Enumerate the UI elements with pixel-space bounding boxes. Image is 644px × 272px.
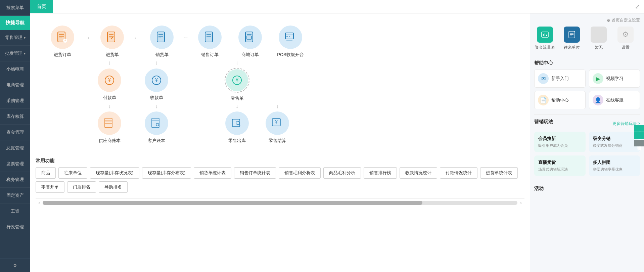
common-function-button[interactable]: 导购排名 (99, 181, 128, 193)
marketing-card-member[interactable]: 会员拉新 吸引用户成为会员 (534, 132, 586, 152)
flow-node-mall-order[interactable]: 商城订单 (230, 26, 270, 58)
marketing-grid: 会员拉新 吸引用户成为会员 裂变分销 裂变式发展分销商 直播卖货 场景式购物新玩… (534, 132, 640, 176)
marketing-card-fission[interactable]: 裂变分销 裂变式发展分销商 (589, 132, 640, 152)
sidebar-nav-label: 快捷导航 (0, 16, 30, 30)
help-grid: ✉ 新手入门 ▶ 视频学习 📄 帮助中心 👤 在线客服 (534, 70, 640, 109)
right-panel: ⚙ 首页自定义设置 资金流量表 往来单位 (530, 13, 644, 272)
tab-bar: 首页 ⤢ (30, 0, 644, 13)
help-item-center[interactable]: 📄 帮助中心 (534, 91, 586, 109)
scroll-right-button[interactable]: › (520, 200, 522, 206)
flow-node-supplier-account[interactable]: 供应商账本 (89, 111, 130, 144)
quick-icon-empty[interactable]: 暂无 (588, 27, 609, 50)
quick-icon-cashflow[interactable]: 资金流量表 (534, 27, 556, 50)
scroll-track[interactable] (43, 201, 517, 205)
flow-diagram: ✓ 进货订单 → 进货单 (36, 19, 524, 152)
common-function-button[interactable]: 现存量(库存状况表) (90, 167, 139, 179)
sidebar-item-wholesale[interactable]: 批发管理 ▾ (0, 46, 30, 61)
common-function-button[interactable]: 付款情况统计 (440, 167, 477, 179)
svg-text:¥: ¥ (275, 119, 278, 125)
flow-node-receipt[interactable]: ¥ 收款单 (136, 69, 177, 101)
sidebar-settings-button[interactable]: ⚙ (0, 259, 30, 272)
sidebar-search[interactable]: 搜索菜单 (0, 0, 30, 16)
svg-rect-13 (157, 32, 165, 42)
common-function-button[interactable]: 零售开单 (36, 181, 64, 193)
common-function-button[interactable]: 商品 (36, 167, 56, 179)
float-btn-support[interactable]: 客服热线 (634, 125, 644, 132)
flow-node-sales-bill[interactable]: 销货单 (142, 26, 182, 58)
gear-icon: ⚙ (622, 30, 629, 39)
svg-text:¥: ¥ (155, 77, 158, 83)
marketing-title: 营销玩法 (534, 119, 553, 125)
common-function-button[interactable]: 现存量(库存分布表) (142, 167, 191, 179)
flow-node-pos-cashier[interactable]: POS收银开台 (270, 26, 311, 58)
flow-node-purchase-order[interactable]: ✓ 进货订单 (42, 26, 83, 58)
svg-point-44 (156, 123, 159, 126)
common-function-button[interactable]: 往来单位 (58, 167, 87, 179)
sidebar-item-finance[interactable]: 资金管理 (0, 125, 30, 140)
common-functions-title: 常用功能 (36, 158, 524, 164)
flow-node-sales-order[interactable]: 销售订单 (190, 26, 230, 58)
gear-icon: ⚙ (607, 18, 610, 23)
common-function-button[interactable]: 收款情况统计 (400, 167, 437, 179)
quick-icon-contacts[interactable]: 往来单位 (561, 27, 583, 50)
help-item-video[interactable]: ▶ 视频学习 (589, 70, 640, 88)
svg-text:✓: ✓ (64, 39, 66, 42)
customize-settings-button[interactable]: ⚙ 首页自定义设置 (534, 17, 640, 23)
scroll-left-button[interactable]: ‹ (38, 200, 40, 206)
common-functions-grid: 商品往来单位现存量(库存状况表)现存量(库存分布表)销货单统计表销售订单统计表销… (36, 167, 524, 193)
flow-node-retail-settlement[interactable]: ¥ 零售结算 (257, 111, 297, 144)
arrow-icon: → (84, 34, 91, 50)
common-function-button[interactable]: 销售排行榜 (364, 167, 397, 179)
sidebar-item-purchase[interactable]: 采购管理 (0, 93, 30, 109)
tab-home[interactable]: 首页 (30, 0, 53, 13)
arrow-down-icon: ↓ (236, 103, 238, 109)
flow-node-payment[interactable]: ¥ 付款单 (89, 69, 130, 101)
flow-node-purchase-bill[interactable]: 进货单 (92, 26, 132, 58)
svg-text:¥: ¥ (235, 77, 239, 83)
common-function-button[interactable]: 门店排名 (67, 181, 96, 193)
expand-button[interactable]: ⤢ (631, 0, 644, 13)
sidebar-item-invoice[interactable]: 发票管理 (0, 156, 30, 172)
divider (534, 115, 640, 115)
divider (534, 56, 640, 56)
dashed-arrow-icon: ← (183, 35, 188, 49)
common-function-button[interactable]: 销售订单统计表 (234, 167, 276, 179)
sidebar-item-inventory[interactable]: 库存核算 (0, 109, 30, 125)
svg-text:¥: ¥ (108, 77, 111, 83)
left-panel: ✓ 进货订单 → 进货单 (30, 13, 530, 272)
flow-node-customer-account[interactable]: 客户账本 (136, 111, 177, 144)
sidebar-item-tax[interactable]: 税务管理 (0, 172, 30, 188)
arrow-down-icon: ↓ (236, 60, 238, 66)
sidebar-item-ecommerce[interactable]: 小畅电商 (0, 61, 30, 77)
chevron-down-icon: ▾ (24, 36, 26, 40)
help-item-support[interactable]: 👤 在线客服 (589, 91, 640, 109)
float-btn-community[interactable]: 服务社区 (634, 132, 644, 139)
sidebar-item-ecom-mgmt[interactable]: 电商管理 (0, 77, 30, 93)
common-function-button[interactable]: 销售毛利分析表 (279, 167, 321, 179)
arrow-down-icon: ↓ (155, 103, 158, 109)
common-function-button[interactable]: 销货单统计表 (194, 167, 231, 179)
quick-icon-settings[interactable]: ⚙ 设置 (615, 27, 636, 50)
sidebar-item-ledger[interactable]: 总账管理 (0, 140, 30, 156)
marketing-card-livestream[interactable]: 直播卖货 场景式购物新玩法 (534, 155, 586, 176)
svg-rect-29 (286, 36, 288, 37)
flow-node-retail-outbound[interactable]: 零售出库 (217, 111, 257, 144)
float-buttons: 客服热线 服务社区 桌面快捷 (634, 125, 644, 147)
float-btn-desktop[interactable]: 桌面快捷 (634, 140, 644, 146)
sidebar-item-retail[interactable]: 零售管理 ▾ (0, 30, 30, 46)
marketing-card-groupbuy[interactable]: 多人拼团 拼团购物享受优惠 (589, 155, 640, 176)
sidebar-item-fixed-assets[interactable]: 固定资产 (0, 188, 30, 203)
common-function-button[interactable]: 进货单统计表 (480, 167, 518, 179)
chevron-down-icon: ▾ (24, 52, 26, 55)
help-center-title: 帮助中心 (534, 60, 640, 66)
main-area: 首页 ⤢ ✓ 进货订单 (30, 0, 644, 272)
sidebar-item-payroll[interactable]: 工资 (0, 203, 30, 219)
divider (534, 180, 640, 180)
marketing-header: 营销玩法 更多营销玩法 > (534, 119, 640, 128)
sidebar: 搜索菜单 快捷导航 零售管理 ▾ 批发管理 ▾ 小畅电商 电商管理 采购管理 库… (0, 0, 30, 272)
common-function-button[interactable]: 商品毛利分析 (323, 167, 361, 179)
help-item-beginner[interactable]: ✉ 新手入门 (534, 70, 586, 88)
gear-icon: ⚙ (13, 263, 17, 268)
sidebar-item-admin[interactable]: 行政管理 (0, 219, 30, 235)
svg-rect-38 (105, 118, 112, 128)
